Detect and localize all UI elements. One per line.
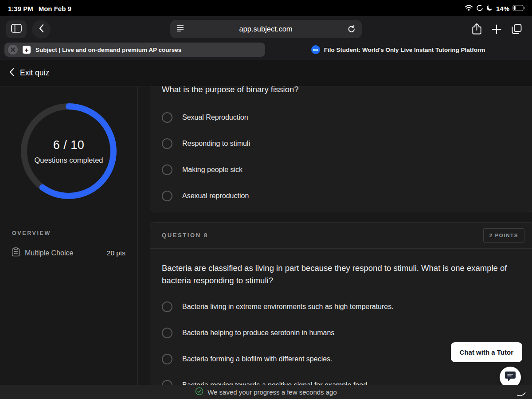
option-label: Making people sick (182, 166, 243, 174)
answer-option[interactable]: Responding to stimuli (162, 138, 522, 149)
radio-button[interactable] (162, 354, 172, 364)
overview-item-label: Multiple Choice (25, 249, 102, 257)
answer-option[interactable]: Asexual reproduction (162, 191, 522, 201)
answer-option[interactable]: Bacteria helping to produce serotonin in… (162, 328, 522, 338)
orientation-lock-icon (476, 4, 483, 13)
radio-button[interactable] (162, 191, 172, 201)
clock-date: Mon Feb 9 (39, 5, 71, 12)
reader-icon (176, 25, 184, 33)
radio-button[interactable] (162, 164, 172, 175)
battery-percent: 14% (496, 5, 509, 12)
question-scroll-area[interactable]: What is the purpose of binary fission? S… (138, 86, 532, 385)
question-card-header: QUESTION 8 2 POINTS (150, 223, 532, 249)
save-status-bar: We saved your progress a few seconds ago (0, 385, 532, 399)
progress-sublabel: Questions completed (34, 156, 103, 164)
address-bar[interactable]: app.subject.com (170, 20, 362, 38)
tab-filo[interactable]: filo Filo Student: World's Only Live Ins… (269, 45, 528, 54)
refresh-icon[interactable] (348, 25, 356, 33)
option-label: Responding to stimuli (182, 140, 250, 148)
quiz-header: Exit quiz (0, 60, 532, 86)
answer-option[interactable]: Making people sick (162, 164, 522, 175)
browser-toolbar: app.subject.com (0, 16, 532, 42)
overview-item-multiple-choice[interactable]: Multiple Choice 20 pts (12, 247, 125, 258)
option-label: Bacteria helping to produce serotonin in… (182, 329, 334, 337)
share-button[interactable] (472, 23, 482, 35)
chat-bubble-icon (505, 371, 516, 383)
exit-quiz-label: Exit quiz (20, 68, 49, 78)
chat-fab-button[interactable] (500, 367, 521, 385)
url-text: app.subject.com (184, 25, 348, 33)
option-label: Asexual reproduction (182, 192, 249, 200)
radio-button[interactable] (162, 112, 172, 123)
chat-with-tutor-button[interactable]: Chat with a Tutor (451, 342, 522, 362)
tabs-button[interactable] (511, 23, 522, 35)
clock-time: 1:39 PM (8, 5, 33, 12)
option-label: Bacteria living in extreme environments … (182, 303, 394, 311)
subject-favicon: + (23, 46, 31, 54)
radio-button[interactable] (162, 138, 172, 149)
new-tab-button[interactable] (492, 24, 501, 34)
option-label: Bacteria forming a biofilm with differen… (182, 355, 332, 363)
quiz-sidebar: 6 / 10 Questions completed OVERVIEW Mult… (0, 86, 138, 385)
tab-subject[interactable]: + Subject | Live and on-demand premium A… (4, 43, 265, 57)
answer-option[interactable]: Bacteria living in extreme environments … (162, 301, 522, 312)
tab-title: Subject | Live and on-demand premium AP … (35, 47, 181, 53)
answer-option[interactable]: Bacteria moving towards a positive signa… (162, 380, 522, 385)
status-bar: 1:39 PM Mon Feb 9 (0, 0, 532, 16)
chevron-left-icon (9, 68, 14, 78)
option-label: Sexual Reproduction (182, 113, 248, 121)
option-label: Bacteria moving towards a positive signa… (182, 381, 367, 385)
overview-heading: OVERVIEW (12, 230, 137, 236)
back-button[interactable] (32, 20, 51, 39)
moon-icon (486, 4, 493, 12)
wifi-icon (465, 5, 473, 12)
filo-favicon: filo (311, 45, 320, 54)
tab-bar: + Subject | Live and on-demand premium A… (0, 42, 532, 60)
progress-ring: 6 / 10 Questions completed (17, 100, 120, 203)
exit-quiz-button[interactable]: Exit quiz (9, 68, 49, 78)
clipboard-icon (12, 247, 20, 258)
progress-score: 6 / 10 (53, 138, 85, 152)
radio-button[interactable] (162, 301, 172, 312)
battery-icon (512, 5, 525, 12)
points-badge: 2 POINTS (483, 228, 524, 243)
ipad-screen: 1:39 PM Mon Feb 9 (0, 0, 532, 399)
answer-option[interactable]: Sexual Reproduction (162, 112, 522, 123)
sidebar-toggle-icon (11, 24, 22, 35)
question-card-previous: What is the purpose of binary fission? S… (150, 86, 532, 212)
radio-button[interactable] (162, 328, 172, 338)
back-icon (39, 24, 44, 35)
sidebar-toggle-button[interactable] (6, 20, 27, 38)
check-circle-icon (195, 387, 203, 397)
close-tab-button[interactable] (8, 45, 18, 55)
overview-item-points: 20 pts (107, 249, 125, 257)
radio-button[interactable] (162, 380, 172, 385)
save-status-text: We saved your progress a few seconds ago (207, 388, 337, 396)
question-text: Bacteria are classified as living in par… (162, 262, 516, 287)
question-number-label: QUESTION 8 (162, 232, 208, 239)
tab-title: Filo Student: World's Only Live Instant … (324, 47, 485, 53)
quiz-main: 6 / 10 Questions completed OVERVIEW Mult… (0, 86, 532, 385)
rotate-icon (516, 387, 527, 398)
question-text: What is the purpose of binary fission? (162, 86, 516, 96)
